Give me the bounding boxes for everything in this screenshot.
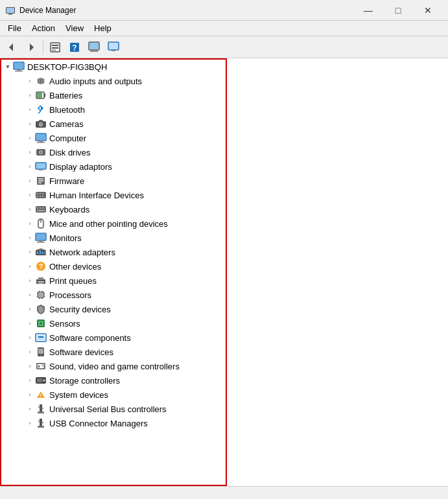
properties-button[interactable] bbox=[46, 38, 64, 56]
expand-icon[interactable]: › bbox=[25, 190, 35, 200]
expand-icon[interactable]: › bbox=[25, 147, 35, 157]
svg-rect-20 bbox=[17, 69, 21, 71]
tree-item[interactable]: ›Sound, video and game controllers bbox=[1, 359, 226, 373]
tree-item[interactable]: ›Computer bbox=[1, 131, 226, 145]
tree-item[interactable]: ›Universal Serial Bus controllers bbox=[1, 402, 226, 416]
device-category-label: Network adapters bbox=[49, 248, 115, 257]
svg-rect-74 bbox=[38, 292, 43, 297]
svg-rect-41 bbox=[38, 180, 43, 181]
tree-item[interactable]: ›?Other devices bbox=[1, 259, 226, 273]
tree-item[interactable]: ›Software components bbox=[1, 331, 226, 345]
device-category-label: Software components bbox=[49, 333, 131, 343]
tree-item[interactable]: ›Display adaptors bbox=[1, 159, 226, 174]
tree-children: ›Audio inputs and outputs›Batteries›Blue… bbox=[1, 74, 226, 430]
device-category-icon bbox=[35, 132, 47, 144]
window-title: Device Manager bbox=[19, 6, 353, 15]
expand-icon[interactable]: › bbox=[25, 418, 35, 428]
tree-item[interactable]: ›Network adapters bbox=[1, 245, 226, 259]
forward-button[interactable] bbox=[22, 38, 40, 56]
expand-icon[interactable]: › bbox=[25, 104, 35, 115]
tree-item[interactable]: ›Disk drives bbox=[1, 145, 226, 159]
menu-view[interactable]: View bbox=[60, 22, 89, 34]
device-category-label: Storage controllers bbox=[49, 376, 120, 386]
expand-icon[interactable]: › bbox=[25, 233, 35, 243]
device-category-icon: ! bbox=[35, 389, 47, 400]
expand-icon[interactable]: › bbox=[25, 375, 35, 386]
svg-rect-65 bbox=[42, 252, 43, 254]
tree-item[interactable]: ›!System devices bbox=[1, 388, 226, 402]
menu-file[interactable]: File bbox=[3, 22, 27, 34]
expand-icon[interactable]: › bbox=[25, 119, 35, 129]
svg-rect-106 bbox=[38, 421, 40, 422]
tree-item[interactable]: ›Keyboards bbox=[1, 202, 226, 216]
expand-icon[interactable]: › bbox=[25, 261, 35, 272]
menu-help[interactable]: Help bbox=[89, 22, 117, 34]
menu-bar: File Action View Help bbox=[0, 21, 448, 36]
tree-item[interactable]: ›Audio inputs and outputs bbox=[1, 74, 226, 88]
expand-icon[interactable]: › bbox=[25, 304, 35, 314]
svg-rect-32 bbox=[37, 142, 45, 143]
tree-item[interactable]: ›Mice and other pointing devices bbox=[1, 216, 226, 231]
expand-icon[interactable]: › bbox=[25, 318, 35, 329]
svg-rect-2 bbox=[8, 14, 12, 15]
expand-icon[interactable]: › bbox=[25, 133, 35, 143]
expand-icon[interactable]: › bbox=[25, 247, 35, 257]
svg-rect-82 bbox=[41, 298, 43, 299]
tree-item[interactable]: ›Firmware bbox=[1, 174, 226, 188]
device-category-label: Audio inputs and outputs bbox=[49, 76, 142, 86]
update-button[interactable] bbox=[104, 38, 123, 56]
root-expand-icon[interactable]: ▼ bbox=[3, 62, 13, 72]
expand-icon[interactable]: › bbox=[25, 76, 35, 86]
maximize-button[interactable]: □ bbox=[383, 0, 413, 21]
scan-button[interactable] bbox=[85, 38, 103, 56]
tree-item[interactable]: ›Bluetooth bbox=[1, 102, 226, 117]
expand-icon[interactable]: › bbox=[25, 332, 35, 343]
tree-item[interactable]: ›Sensors bbox=[1, 316, 226, 331]
device-category-label: Sensors bbox=[49, 319, 80, 329]
device-category-icon bbox=[35, 375, 47, 386]
expand-icon[interactable]: › bbox=[25, 161, 35, 172]
svg-rect-38 bbox=[39, 169, 43, 170]
device-category-label: Keyboards bbox=[49, 205, 89, 215]
expand-icon[interactable]: › bbox=[25, 389, 35, 400]
svg-rect-8 bbox=[52, 50, 56, 51]
tree-root[interactable]: ▼ DESKTOP-FIG3BQH bbox=[1, 60, 226, 74]
minimize-button[interactable]: — bbox=[353, 0, 383, 21]
svg-rect-45 bbox=[40, 193, 41, 194]
tree-item[interactable]: ›Print queues bbox=[1, 273, 226, 288]
expand-icon[interactable]: › bbox=[25, 347, 35, 357]
expand-icon[interactable]: › bbox=[25, 404, 35, 414]
expand-icon[interactable]: › bbox=[25, 176, 35, 186]
device-category-icon bbox=[35, 289, 47, 301]
device-category-label: Batteries bbox=[49, 91, 82, 100]
expand-icon[interactable]: › bbox=[25, 275, 35, 286]
device-category-icon bbox=[35, 417, 47, 429]
expand-icon[interactable]: › bbox=[25, 204, 35, 215]
svg-rect-50 bbox=[36, 206, 46, 213]
tree-item[interactable]: ›Cameras bbox=[1, 117, 226, 131]
expand-icon[interactable]: › bbox=[25, 290, 35, 300]
device-category-label: Disk drives bbox=[49, 148, 91, 157]
expand-icon[interactable]: › bbox=[25, 218, 35, 229]
tree-item[interactable]: ›Batteries bbox=[1, 88, 226, 102]
help-button[interactable]: ? bbox=[65, 38, 84, 56]
tree-item[interactable]: ›Monitors bbox=[1, 231, 226, 245]
tree-item[interactable]: ›Security devices bbox=[1, 302, 226, 316]
device-category-icon bbox=[35, 118, 47, 130]
tree-item[interactable]: ›USB Connector Managers bbox=[1, 416, 226, 430]
svg-rect-75 bbox=[37, 293, 38, 294]
expand-icon[interactable]: › bbox=[25, 90, 35, 100]
toolbar: ? bbox=[0, 36, 448, 58]
tree-item[interactable]: ›Human Interface Devices bbox=[1, 188, 226, 202]
menu-action[interactable]: Action bbox=[27, 22, 60, 34]
device-category-label: Other devices bbox=[49, 262, 101, 272]
svg-rect-76 bbox=[37, 296, 38, 297]
device-tree-panel: ▼ DESKTOP-FIG3BQH ›Audio inputs and outp… bbox=[0, 58, 227, 486]
svg-point-98 bbox=[43, 379, 45, 382]
expand-icon[interactable]: › bbox=[25, 361, 35, 371]
tree-item[interactable]: ›Storage controllers bbox=[1, 373, 226, 388]
close-button[interactable]: ✕ bbox=[413, 0, 443, 21]
tree-item[interactable]: ›Processors bbox=[1, 288, 226, 302]
back-button[interactable] bbox=[3, 38, 21, 56]
tree-item[interactable]: ›Software devices bbox=[1, 345, 226, 359]
